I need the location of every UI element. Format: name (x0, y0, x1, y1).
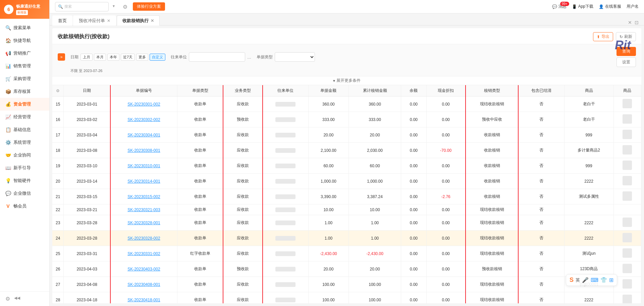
doc-link[interactable]: SK-20230304-001 (127, 133, 160, 137)
doctype-select[interactable] (275, 52, 315, 62)
expand-more-button[interactable]: ▾ 展开更多条件 (333, 78, 361, 83)
table-row[interactable]: 24 2023-03-28 SK-20230328-002 收款单 应收款 1.… (52, 231, 641, 246)
sidebar-collapse-icon[interactable]: ◀◀ (14, 296, 20, 302)
close-window-icon[interactable]: ✕ (628, 20, 632, 25)
custom-date-btn[interactable]: 自定义 (150, 54, 165, 61)
partner-blurred (275, 267, 296, 271)
table-row[interactable]: 19 2023-03-10 SK-20230310-001 收款单 应收款 60… (52, 158, 641, 174)
maximize-window-icon[interactable]: ⊡ (635, 20, 639, 25)
sidebar-item-collab[interactable]: 🤝 企业协同 (0, 149, 49, 162)
doc-link[interactable]: SK-20230408-001 (127, 282, 160, 287)
doc-link[interactable]: SK-20230315-002 (127, 194, 160, 199)
doc-link[interactable]: SK-20230331-002 (127, 251, 160, 256)
sidebar-item-operations[interactable]: 📈 经营管理 (0, 111, 49, 123)
table-row[interactable]: 15 2023-03-01 SK-20230301-002 收款单 应收款 36… (52, 97, 641, 112)
doc-link[interactable]: SK-20230328-002 (127, 236, 160, 241)
row-docno[interactable]: SK-20230331-002 (110, 246, 177, 261)
table-row[interactable]: 17 2023-03-04 SK-20230304-001 收款单 应收款 20… (52, 127, 641, 143)
table-row[interactable]: 22 2023-03-21 SK-20230321-003 收款单 应收款 10… (52, 204, 641, 215)
this-month-btn[interactable]: 本月 (94, 54, 106, 61)
tab-verify-close[interactable]: ✕ (151, 18, 154, 23)
sidebar-item-member[interactable]: V 畅会员 (0, 200, 49, 212)
user-menu[interactable]: 用户名 (627, 4, 639, 9)
row-docno[interactable]: SK-20230315-002 (110, 189, 177, 204)
sidebar-item-inventory[interactable]: 📦 库存核算 (0, 85, 49, 98)
sidebar-item-basicinfo[interactable]: 📋 基础信息 (0, 123, 49, 136)
table-row[interactable]: 26 2023-04-03 SK-20230403-002 收款单 预收款 20… (52, 261, 641, 277)
doc-link[interactable]: SK-20230301-002 (127, 102, 160, 107)
doc-link[interactable]: SK-20230328-001 (127, 221, 160, 225)
export-button[interactable]: ⬆ 导出 (593, 32, 613, 41)
sidebar-item-search[interactable]: 🔍 搜索菜单 (0, 21, 49, 34)
tab-home[interactable]: 首页 (52, 15, 72, 25)
row-goods2 (613, 277, 641, 292)
topbar: 🔍 搜索 ▾ ⚙ 体验行业方案 💬 消息 99+ 📱 App下载 👤 在线客服 … (50, 0, 644, 13)
row-docno[interactable]: SK-20230328-001 (110, 215, 177, 231)
row-no: 23 (52, 215, 64, 231)
row-docno[interactable]: SK-20230403-002 (110, 261, 177, 277)
row-docno[interactable]: SK-20230408-001 (110, 277, 177, 292)
this-year-btn[interactable]: 本年 (107, 54, 119, 61)
messages-button[interactable]: 💬 消息 99+ (552, 4, 567, 9)
row-docno[interactable]: SK-20230314-001 (110, 174, 177, 189)
doc-link[interactable]: SK-20230310-001 (127, 164, 160, 168)
row-docno[interactable]: SK-20230418-001 (110, 292, 177, 304)
row-no: 21 (52, 189, 64, 204)
table-row[interactable]: 16 2023-03-02 SK-20230302-002 收款单 预收款 33… (52, 112, 641, 127)
sidebar-item-finance[interactable]: 💰 资金管理 (0, 98, 49, 111)
row-docno[interactable]: SK-20230301-002 (110, 97, 177, 112)
table-row[interactable]: 20 2023-03-14 SK-20230314-001 收款单 应收款 1,… (52, 174, 641, 189)
row-goods1: 测试jun (564, 246, 613, 261)
last-month-btn[interactable]: 上月 (80, 54, 93, 61)
table-row[interactable]: 25 2023-03-31 SK-20230331-002 红字收款单 应收款 … (52, 246, 641, 261)
table-row[interactable]: 23 2023-03-28 SK-20230328-001 收款单 应收款 1.… (52, 215, 641, 231)
doc-link[interactable]: SK-20230321-003 (127, 207, 160, 212)
row-date: 2023-03-31 (64, 246, 110, 261)
row-docno[interactable]: SK-20230321-003 (110, 204, 177, 215)
row-no: 16 (52, 112, 64, 127)
last7days-btn[interactable]: 近7天 (121, 54, 135, 61)
settings-button[interactable]: 设置 (616, 57, 636, 67)
row-docno[interactable]: SK-20230304-001 (110, 127, 177, 143)
topbar-search-box[interactable]: 🔍 搜索 (55, 2, 109, 11)
sidebar-item-sales[interactable]: 📊 销售管理 (0, 60, 49, 72)
dropdown-icon[interactable]: ▾ (113, 4, 119, 10)
filter-expand-button[interactable]: » (58, 53, 65, 61)
table-row[interactable]: 27 2023-04-08 SK-20230408-001 收款单 应收款 10… (52, 277, 641, 292)
more-dates-btn[interactable]: 更多 (136, 54, 148, 61)
sidebar-item-purchase[interactable]: 🛒 采购管理 (0, 72, 49, 85)
doc-link[interactable]: SK-20230403-002 (127, 267, 160, 271)
sidebar-item-system[interactable]: ⚙️ 系统管理 (0, 136, 49, 149)
table-row[interactable]: 28 2023-04-18 SK-20230418-001 收款单 应收款 10… (52, 292, 641, 304)
sidebar-item-hardware[interactable]: 💡 智能硬件 (0, 174, 49, 187)
row-docno[interactable]: SK-20230308-001 (110, 143, 177, 158)
sidebar-item-wechat[interactable]: 💬 企业微信 (0, 187, 49, 200)
table-row[interactable]: 21 2023-03-15 SK-20230315-002 收款单 应收款 3,… (52, 189, 641, 204)
sidebar-item-newbie[interactable]: 📖 新手引导 (0, 162, 49, 174)
solution-button[interactable]: 体验行业方案 (133, 2, 165, 11)
sidebar-item-marketing[interactable]: 📢 营销推广 (0, 47, 49, 60)
row-writtenoff: 20.00 (349, 127, 401, 143)
filter-partner-group: 往来单位 ... (171, 52, 251, 62)
row-goods2 (613, 215, 641, 231)
table-row[interactable]: 18 2023-03-08 SK-20230308-001 收款单 应收款 2,… (52, 143, 641, 158)
app-download-button[interactable]: 📱 App下载 (572, 4, 593, 9)
gear-icon[interactable]: ⚙ (123, 4, 129, 10)
doc-link[interactable]: SK-20230314-001 (127, 179, 160, 184)
online-service-button[interactable]: 👤 在线客服 (599, 4, 621, 9)
doc-link[interactable]: SK-20230302-002 (127, 117, 160, 122)
col-setting[interactable]: ⚙ (52, 85, 64, 97)
row-docno[interactable]: SK-20230310-001 (110, 158, 177, 174)
tab-prepay[interactable]: 预收冲应付单 ✕ (73, 15, 116, 25)
row-docno[interactable]: SK-20230328-002 (110, 231, 177, 246)
tab-prepay-close[interactable]: ✕ (107, 18, 110, 23)
row-partner (263, 277, 309, 292)
doc-link[interactable]: SK-20230308-001 (127, 148, 160, 153)
sidebar-item-quicknav[interactable]: 🏠 快捷导航 (0, 34, 49, 47)
row-no: 18 (52, 143, 64, 158)
row-docno[interactable]: SK-20230302-002 (110, 112, 177, 127)
tab-verify[interactable]: 收款核销执行 ✕ (117, 15, 160, 25)
doc-link[interactable]: SK-20230418-001 (127, 298, 160, 302)
sidebar-settings-icon[interactable]: ⚙ (5, 296, 10, 302)
partner-input[interactable] (189, 52, 245, 62)
